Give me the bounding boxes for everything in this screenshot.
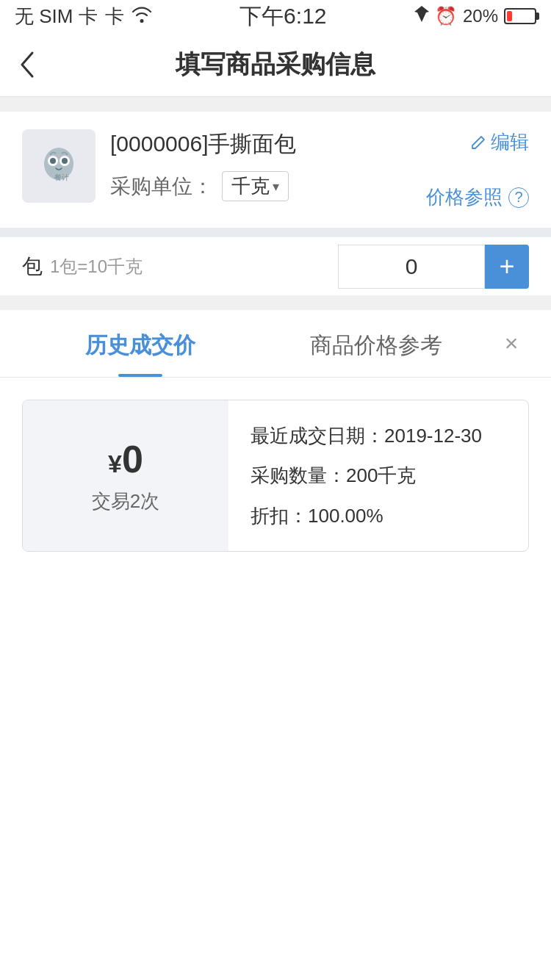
alarm-icon: ⏰	[435, 6, 457, 26]
history-card-right: 最近成交日期：2019-12-30 采购数量：200千克 折扣：100.00%	[228, 400, 528, 551]
qty-value: 200千克	[346, 464, 416, 486]
price-ref-label: 价格参照	[426, 184, 503, 210]
battery-percent: 20%	[463, 6, 498, 26]
tabs-close-button[interactable]: ×	[494, 326, 529, 361]
unit-selector[interactable]: 千克 ▾	[222, 171, 289, 201]
nav-bar: 填写商品采购信息	[0, 32, 551, 97]
qty-unit-label: 包	[22, 253, 43, 281]
page-title: 填写商品采购信息	[176, 48, 375, 82]
back-button[interactable]	[18, 50, 35, 79]
product-name: [0000006]手撕面包	[110, 129, 296, 159]
carrier-label: 无 SIM 卡	[15, 4, 98, 29]
status-time: 下午6:12	[240, 1, 326, 32]
qty-plus-button[interactable]: +	[485, 245, 529, 289]
product-left: 餐计 [0000006]手撕面包 采购单位： 千克 ▾	[22, 129, 296, 203]
qty-label: 采购数量：	[251, 464, 346, 486]
quantity-row: 包 1包=10千克 +	[0, 237, 551, 295]
qty-conversion-hint: 1包=10千克	[50, 255, 143, 278]
product-row: 餐计 [0000006]手撕面包 采购单位： 千克 ▾	[22, 129, 529, 210]
history-detail-date: 最近成交日期：2019-12-30	[251, 422, 506, 449]
tab-history-price[interactable]: 历史成交价	[22, 310, 258, 377]
product-logo-icon: 餐计	[37, 140, 81, 192]
unit-value: 千克	[231, 173, 270, 199]
tab-price-reference[interactable]: 商品价格参考	[258, 310, 494, 377]
history-card-left: ¥0 交易2次	[23, 400, 228, 551]
help-icon: ?	[508, 187, 529, 208]
svg-text:餐计: 餐计	[54, 173, 69, 181]
product-info: [0000006]手撕面包 采购单位： 千克 ▾	[110, 129, 296, 201]
discount-label: 折扣：	[251, 505, 308, 527]
wifi-icon	[132, 5, 152, 28]
unit-label: 采购单位：	[110, 173, 213, 201]
location-icon	[414, 6, 429, 26]
history-price: ¥0	[108, 437, 143, 481]
qty-input-group: +	[338, 245, 529, 289]
recent-date-label: 最近成交日期：	[251, 425, 384, 447]
history-card: ¥0 交易2次 最近成交日期：2019-12-30 采购数量：200千克 折扣：…	[22, 400, 529, 552]
product-thumbnail: 餐计	[22, 129, 96, 203]
section-divider	[0, 228, 551, 237]
status-left: 无 SIM 卡 卡	[15, 4, 152, 29]
discount-value: 100.00%	[308, 505, 383, 527]
tabs-section: 历史成交价 商品价格参考 × ¥0 交易2次 最近成交日期：2019-12-30…	[0, 310, 551, 574]
history-detail-discount: 折扣：100.00%	[251, 502, 506, 529]
close-icon: ×	[505, 330, 519, 357]
svg-point-3	[50, 158, 56, 164]
qty-input[interactable]	[338, 245, 485, 289]
plus-icon: +	[499, 251, 514, 282]
product-unit-row: 采购单位： 千克 ▾	[110, 171, 296, 201]
tabs-header: 历史成交价 商品价格参考 ×	[0, 310, 551, 378]
price-value: 0	[122, 438, 143, 480]
status-right: ⏰ 20%	[414, 6, 536, 26]
price-ref-button[interactable]: 价格参照 ?	[426, 184, 529, 210]
battery-icon	[504, 8, 536, 24]
yen-symbol: ¥	[108, 450, 122, 478]
svg-point-4	[62, 158, 68, 164]
bottom-space	[0, 574, 551, 980]
status-bar: 无 SIM 卡 卡 下午6:12 ⏰ 20%	[0, 0, 551, 32]
edit-label: 编辑	[491, 129, 529, 155]
unit-dropdown-icon: ▾	[273, 179, 279, 195]
recent-date-value: 2019-12-30	[384, 425, 482, 447]
edit-button[interactable]: 编辑	[470, 129, 529, 155]
history-content: ¥0 交易2次 最近成交日期：2019-12-30 采购数量：200千克 折扣：…	[0, 378, 551, 574]
history-trades: 交易2次	[92, 489, 159, 514]
product-card: 餐计 [0000006]手撕面包 采购单位： 千克 ▾	[0, 112, 551, 228]
history-detail-qty: 采购数量：200千克	[251, 462, 506, 489]
sim-icon: 卡	[105, 4, 124, 29]
